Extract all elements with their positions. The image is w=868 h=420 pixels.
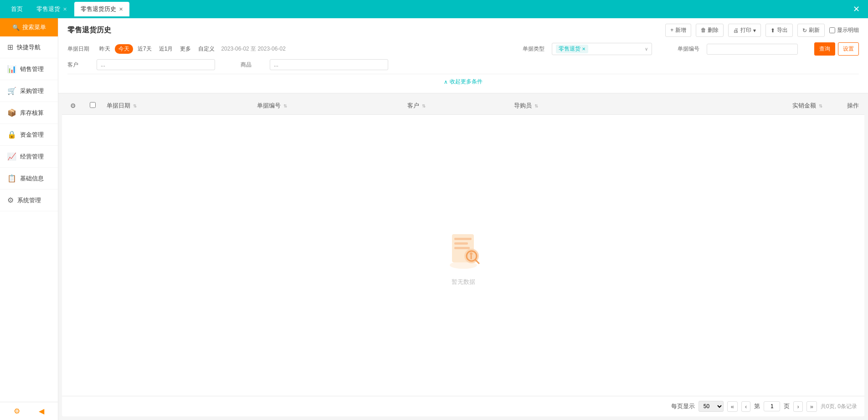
sidebar-label-inventory: 库存核算 (20, 109, 44, 117)
top-bar: 首页零售退货✕零售退货历史✕ ✕ (0, 0, 868, 18)
sidebar-bottom: ⚙ ◀ (0, 402, 58, 420)
filter-row-2: 客户 商品 (67, 59, 859, 70)
table-settings-icon[interactable]: ⚙ (67, 101, 79, 110)
date-7days-btn[interactable]: 近7天 (135, 44, 154, 54)
collapse-sidebar-icon[interactable]: ◀ (39, 407, 44, 415)
column-checkbox (84, 97, 101, 115)
system-mgmt-icon: ⚙ (7, 196, 14, 205)
column-customer-label: 客户 (407, 102, 419, 109)
select-all-checkbox[interactable] (90, 102, 96, 108)
refresh-label: 刷新 (809, 26, 820, 34)
collapse-label: 收起更多条件 (450, 78, 483, 86)
date-filter-label: 单据日期 (67, 45, 93, 53)
column-amount: 实销金额 ⇅ (678, 97, 828, 115)
tab-retail-return[interactable]: 零售退货✕ (30, 2, 73, 16)
type-tag-close[interactable]: ✕ (582, 46, 586, 51)
tab-home[interactable]: 首页 (5, 2, 29, 16)
column-guide-sort[interactable]: ⇅ (534, 103, 538, 108)
page-number-input[interactable] (764, 401, 780, 411)
sidebar-item-system-mgmt[interactable]: ⚙ 系统管理 (0, 190, 58, 211)
display-detail-toggle[interactable]: 显示明细 (829, 26, 859, 34)
print-button[interactable]: 🖨 打印 ▾ (728, 24, 761, 37)
sidebar-search-button[interactable]: 🔍 搜索菜单 (0, 18, 58, 36)
date-shortcuts: 昨天 今天 近7天 近1月 更多 自定义 (97, 44, 217, 54)
finance-icon: 🔒 (7, 130, 16, 139)
pagination-bar: 每页显示 50 10 20 100 « ‹ 第 页 › » 共0页, 0条记录 (62, 396, 864, 416)
sidebar-item-sales-mgmt[interactable]: 📊 销售管理 (0, 58, 58, 80)
column-amount-sort[interactable]: ⇅ (819, 103, 822, 108)
sales-mgmt-icon: 📊 (7, 65, 16, 73)
customer-filter-label: 客户 (67, 61, 93, 69)
column-date-label: 单据日期 (107, 102, 130, 109)
tab-list: 首页零售退货✕零售退货历史✕ (5, 2, 849, 16)
column-amount-label: 实销金额 (792, 102, 816, 109)
sidebar-label-system-mgmt: 系统管理 (17, 196, 41, 205)
number-filter-label: 单据编号 (678, 45, 703, 53)
quick-nav-icon: ⊞ (7, 43, 13, 51)
search-icon: 🔍 (12, 24, 20, 31)
tab-close-retail-return-history[interactable]: ✕ (119, 6, 123, 12)
number-filter-input[interactable] (707, 44, 798, 55)
export-button[interactable]: ⬆ 导出 (765, 24, 793, 37)
settings-bottom-icon[interactable]: ⚙ (14, 407, 20, 415)
next-page-button[interactable]: › (793, 401, 802, 412)
date-today-btn[interactable]: 今天 (115, 44, 133, 54)
sidebar-item-basic-info[interactable]: 📋 基础信息 (0, 168, 58, 190)
tab-retail-return-history[interactable]: 零售退货历史✕ (74, 2, 129, 16)
column-customer-sort[interactable]: ⇅ (422, 103, 426, 108)
type-select[interactable]: 零售退货 ✕ ∨ (552, 43, 652, 55)
print-icon: 🖨 (733, 27, 739, 34)
sidebar-label-basic-info: 基础信息 (20, 174, 44, 183)
content-area: 零售退货历史 + 新增 🗑 删除 🖨 打印 ▾ ⬆ 导出 ↻ (58, 18, 868, 420)
column-number: 单据编号 ⇅ (252, 97, 402, 115)
prev-page-button[interactable]: ‹ (741, 401, 750, 412)
first-page-button[interactable]: « (727, 401, 738, 412)
column-number-sort[interactable]: ⇅ (283, 103, 287, 108)
column-guide: 导购员 ⇅ (508, 97, 637, 115)
close-window-button[interactable]: ✕ (849, 4, 863, 14)
date-more-btn[interactable]: 更多 (177, 44, 194, 54)
svg-rect-3 (454, 242, 468, 245)
product-filter-group: 商品 (241, 59, 388, 70)
query-button[interactable]: 查询 (814, 42, 835, 56)
empty-state-text: 暂无数据 (452, 278, 475, 286)
main-layout: 🔍 搜索菜单 ⊞ 快捷导航 📊 销售管理 🛒 采购管理 📦 库存核算 🔒 资金管… (0, 18, 868, 420)
sidebar-item-purchase-mgmt[interactable]: 🛒 采购管理 (0, 80, 58, 102)
sidebar-item-inventory[interactable]: 📦 库存核算 (0, 102, 58, 124)
delete-button[interactable]: 🗑 删除 (696, 24, 724, 37)
display-detail-checkbox[interactable] (829, 27, 835, 33)
tab-close-retail-return[interactable]: ✕ (63, 6, 67, 12)
date-custom-btn[interactable]: 自定义 (195, 44, 217, 54)
last-page-button[interactable]: » (806, 401, 817, 412)
tab-label: 零售退货 (36, 5, 60, 13)
sidebar-item-quick-nav[interactable]: ⊞ 快捷导航 (0, 36, 58, 58)
number-filter-group: 单据编号 (678, 44, 798, 55)
svg-rect-4 (454, 247, 470, 249)
collapse-filter-button[interactable]: ∧ 收起更多条件 (444, 76, 483, 87)
column-date: 单据日期 ⇅ (101, 97, 252, 115)
type-filter-label: 单据类型 (523, 45, 548, 53)
page-header: 零售退货历史 + 新增 🗑 删除 🖨 打印 ▾ ⬆ 导出 ↻ (58, 18, 868, 93)
customer-filter-input[interactable] (97, 59, 215, 70)
date-yesterday-btn[interactable]: 昨天 (97, 44, 113, 54)
operations-icon: 📈 (7, 152, 16, 161)
column-settings: ⚙ (62, 97, 84, 115)
sidebar-label-purchase-mgmt: 采购管理 (20, 87, 44, 95)
refresh-icon: ↻ (802, 27, 807, 34)
new-button[interactable]: + 新增 (665, 24, 691, 37)
total-info: 共0页, 0条记录 (821, 403, 857, 410)
sidebar-nav: ⊞ 快捷导航 📊 销售管理 🛒 采购管理 📦 库存核算 🔒 资金管理 📈 经营管… (0, 36, 58, 402)
sidebar-item-finance[interactable]: 🔒 资金管理 (0, 124, 58, 146)
collapse-icon: ∧ (444, 79, 448, 85)
svg-rect-2 (454, 238, 472, 240)
date-1month-btn[interactable]: 近1月 (156, 44, 176, 54)
filter-settings-button[interactable]: 设置 (838, 42, 859, 56)
column-date-sort[interactable]: ⇅ (133, 103, 137, 108)
purchase-mgmt-icon: 🛒 (7, 87, 16, 95)
export-icon: ⬆ (770, 27, 775, 34)
column-spacer (637, 97, 678, 115)
refresh-button[interactable]: ↻ 刷新 (797, 24, 825, 37)
per-page-select[interactable]: 50 10 20 100 (699, 401, 724, 412)
product-filter-input[interactable] (270, 59, 388, 70)
sidebar-item-operations[interactable]: 📈 经营管理 (0, 146, 58, 168)
